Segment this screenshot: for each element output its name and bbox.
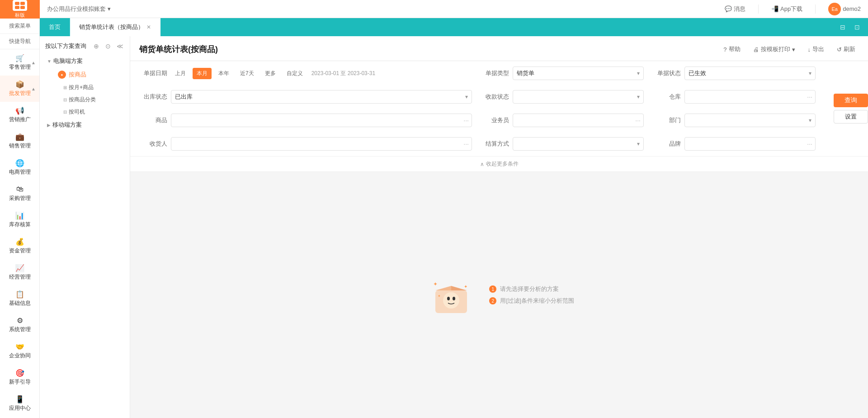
salesperson-label: 业务员: [481, 116, 513, 124]
help-btn[interactable]: ? 帮助: [720, 43, 744, 55]
brand-control[interactable]: ···: [684, 137, 816, 151]
goods-control[interactable]: ···: [171, 114, 472, 127]
sidebar-item-finance-label: 资金管理: [9, 247, 31, 255]
app-download-btn[interactable]: 📲 App下载: [771, 5, 802, 13]
main-area: 办公用品行业模拟账套 ▾ 💬 消息 📲 App下载 Ea demo2: [40, 0, 868, 418]
logo-icon: [13, 0, 27, 11]
date-btn-more[interactable]: 更多: [261, 68, 280, 79]
print-dropdown-icon: ▾: [792, 46, 795, 53]
sidebar-item-purchase[interactable]: 🛍 采购管理: [0, 180, 39, 207]
tree-by-clerk[interactable]: ⊟ 按司机: [43, 106, 126, 118]
refresh-btn[interactable]: ↺ 刷新: [833, 43, 859, 55]
sidebar-item-operations[interactable]: 📈 经营管理: [0, 259, 39, 285]
maximize-btn[interactable]: ⊡: [852, 22, 863, 33]
filter-payment-status: 收款状态 ▾: [481, 90, 644, 104]
export-btn[interactable]: ↓ 导出: [804, 43, 828, 55]
filter-section: 单据日期 上月 本月 本年: [130, 61, 868, 172]
sidebar-item-marketing[interactable]: 📢 营销推广: [0, 102, 39, 128]
template-print-label: 按模板打印: [761, 45, 790, 53]
content-area: 按以下方案查询 ⊕ ⊙ ≪ ▼ 电脑端方案 ● 按商品: [40, 36, 868, 418]
app-download-icon: 📲: [771, 5, 778, 12]
page-header: 销货单统计表(按商品) ? 帮助 🖨 按模板打印 ▾ ↓ 导出: [130, 36, 868, 61]
tab-close-icon[interactable]: ✕: [146, 24, 151, 30]
by-goods-icon: ●: [58, 71, 66, 79]
hint2-text: 用[过滤]条件来缩小分析范围: [500, 297, 574, 305]
receiver-label: 收货人: [139, 140, 171, 148]
industry-selector[interactable]: 办公用品行业模拟账套 ▾: [47, 5, 111, 13]
out-status-control[interactable]: 已出库 ▾: [171, 90, 472, 104]
add-scheme-btn[interactable]: ⊕: [92, 42, 101, 51]
collapse-panel-btn[interactable]: ≪: [115, 42, 124, 51]
date-btn-last-month[interactable]: 上月: [171, 68, 190, 79]
query-button[interactable]: 查询: [834, 94, 868, 107]
edit-scheme-btn[interactable]: ⊙: [104, 42, 113, 51]
sidebar-item-finance[interactable]: 💰 资金管理: [0, 233, 39, 259]
left-panel-header: 按以下方案查询 ⊕ ⊙ ≪: [40, 42, 130, 54]
tree-by-goods[interactable]: ● 按商品: [43, 68, 126, 81]
date-btn-this-month[interactable]: 本月: [193, 68, 212, 79]
sidebar-item-sales[interactable]: 💼 销售管理: [0, 128, 39, 154]
date-btn-this-year[interactable]: 本年: [214, 68, 233, 79]
sidebar-item-retail-label: 零售管理: [9, 63, 31, 71]
receiver-control[interactable]: ···: [171, 137, 472, 151]
header-divider2: [815, 5, 816, 14]
filter-doc-status: 单据状态 已生效 ▾: [653, 66, 816, 80]
template-print-btn[interactable]: 🖨 按模板打印 ▾: [750, 43, 799, 55]
sidebar-item-wholesale[interactable]: 📦 批发管理 ▲: [0, 76, 39, 102]
svg-rect-0: [15, 2, 19, 5]
sidebar-item-wholesale-label: 批发管理: [9, 90, 31, 97]
tab-sales-stat[interactable]: 销货单统计表（按商品） ✕: [70, 18, 160, 36]
tree-pc-parent[interactable]: ▼ 电脑端方案: [43, 54, 126, 68]
sidebar-item-basic[interactable]: 📋 基础信息: [0, 285, 39, 312]
svg-rect-3: [20, 6, 25, 9]
warehouse-control[interactable]: ···: [684, 90, 816, 104]
quick-nav[interactable]: 快捷导航: [0, 34, 39, 49]
minimize-btn[interactable]: ⊟: [837, 22, 848, 33]
department-control[interactable]: ▾: [684, 114, 816, 127]
doc-status-arrow: ▾: [809, 70, 811, 76]
avatar-text: Ea: [832, 6, 838, 12]
refresh-icon: ↺: [837, 46, 842, 53]
salesperson-control[interactable]: ···: [513, 114, 644, 127]
collapse-bar[interactable]: ∧ 收起更多条件: [130, 156, 868, 171]
sidebar-item-enterprise[interactable]: 🤝 企业协同: [0, 338, 39, 364]
sidebar-item-retail[interactable]: 🛒 零售管理 ▲: [0, 49, 39, 76]
by-clerk-icon: ⊟: [63, 109, 67, 114]
logo[interactable]: 标版: [0, 0, 40, 19]
payment-method-control[interactable]: ▾: [513, 137, 644, 151]
sidebar-item-system[interactable]: ⚙ 系统管理: [0, 312, 39, 338]
doc-type-control[interactable]: 销货单 ▾: [513, 66, 644, 80]
warehouse-label: 仓库: [653, 93, 684, 101]
left-panel: 按以下方案查询 ⊕ ⊙ ≪ ▼ 电脑端方案 ● 按商品: [40, 36, 130, 418]
message-label: 消息: [734, 5, 745, 13]
pc-expand-arrow: ▼: [47, 59, 52, 64]
sidebar-item-ecommerce[interactable]: 🌐 电商管理: [0, 154, 39, 180]
username: demo2: [843, 5, 861, 12]
sidebar-item-app-center[interactable]: 📱 应用中心: [0, 390, 39, 417]
search-menu[interactable]: 搜索菜单: [0, 19, 39, 34]
help-label: 帮助: [729, 45, 741, 53]
tab-home-label: 首页: [49, 23, 61, 31]
left-panel-actions: ⊕ ⊙ ≪: [92, 42, 124, 51]
tree-by-goods-category[interactable]: ⊟ 按商品分类: [43, 94, 126, 106]
sales-icon: 💼: [16, 133, 24, 141]
tree-mobile-parent[interactable]: ▶ 移动端方案: [43, 118, 126, 132]
sidebar-item-inventory[interactable]: 📊 库存核算: [0, 207, 39, 233]
tab-home[interactable]: 首页: [40, 18, 70, 36]
payment-status-control[interactable]: ▾: [513, 90, 644, 104]
sidebar-item-guide[interactable]: 🎯 新手引导: [0, 364, 39, 390]
sidebar-item-guide-label: 新手引导: [9, 378, 31, 386]
tree-by-month-goods[interactable]: ⊞ 按月+商品: [43, 81, 126, 94]
user-menu[interactable]: Ea demo2: [828, 3, 861, 15]
sidebar-item-system-label: 系统管理: [9, 326, 31, 333]
doc-status-control[interactable]: 已生效 ▾: [684, 66, 816, 80]
app-subtitle: 标版: [15, 12, 25, 19]
message-btn[interactable]: 💬 消息: [725, 5, 745, 13]
date-btn-custom[interactable]: 自定义: [283, 68, 307, 79]
pc-scheme-label: 电脑端方案: [53, 57, 83, 65]
inventory-icon: 📊: [16, 211, 24, 219]
goods-label: 商品: [139, 116, 171, 124]
filter-warehouse: 仓库 ···: [653, 90, 816, 104]
settings-button[interactable]: 设置: [834, 110, 868, 124]
date-btn-7days[interactable]: 近7天: [236, 68, 258, 79]
